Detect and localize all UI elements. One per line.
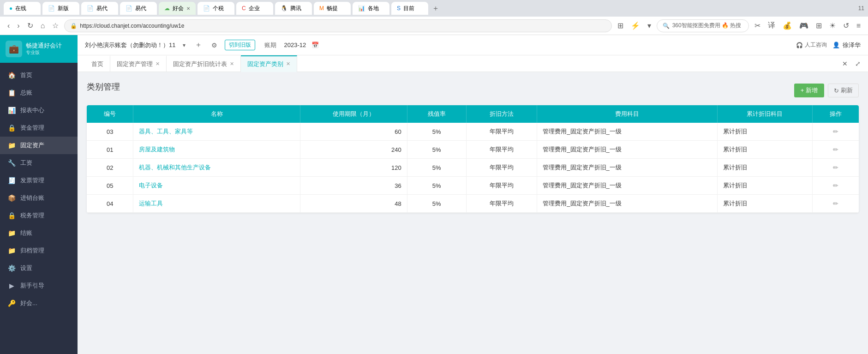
search-box[interactable]: 🔍 360智能抠图免费用 🔥 热搜 [657, 19, 749, 32]
wallet-button[interactable]: 💰 [781, 19, 794, 32]
tab-close-2[interactable]: ✕ [230, 61, 234, 67]
browser-tab-10[interactable]: S 目前 [391, 2, 428, 15]
cell-residual: 5% [407, 141, 466, 159]
browser-tab-3[interactable]: 📄 易代 [120, 2, 157, 15]
sidebar-logo: 💼 畅捷通好会计 专业版 [0, 35, 78, 63]
sidebar-item-salary[interactable]: 🔧 工资 [0, 154, 78, 172]
col-action: 操作 [812, 105, 859, 123]
period-value: 2023-12 [284, 42, 306, 48]
table-row: 03 器具、工具、家具等 60 5% 年限平均 管理费用_固定资产折旧_一级 累… [87, 123, 859, 141]
cell-method: 年限平均 [466, 159, 537, 177]
address-bar: ‹ › ↻ ⌂ ☆ 🔒 https://cloud.chanjet.com/ac… [0, 17, 868, 35]
edit-icon[interactable]: ✏ [833, 182, 838, 189]
tab-home[interactable]: 首页 [85, 55, 110, 72]
sidebar-nav: 🏠 首页 📋 总账 📊 报表中心 🔒 资金管理 📁 固定资产 🔧 工资 [0, 63, 78, 354]
game-button[interactable]: 🎮 [797, 19, 810, 32]
sidebar-item-checkout[interactable]: 📁 结账 [0, 224, 78, 242]
sidebar-item-archive[interactable]: 📁 归档管理 [0, 242, 78, 259]
cell-id: 04 [87, 195, 133, 213]
new-tab-button[interactable]: ＋ [430, 2, 441, 15]
bookmark-button[interactable]: ☆ [50, 19, 60, 32]
cell-residual: 5% [407, 195, 466, 213]
browser-tab-1[interactable]: 📄 新版 [42, 2, 79, 15]
grid-button[interactable]: ⊞ [814, 19, 824, 32]
sidebar-item-invoice[interactable]: 🧾 发票管理 [0, 172, 78, 189]
ledger-icon: 📋 [7, 89, 16, 97]
reports-icon: 📊 [7, 106, 16, 114]
logo-text: 畅捷通好会计 [26, 42, 62, 50]
scissors-button[interactable]: ✂ [753, 19, 762, 32]
sidebar-item-reports[interactable]: 📊 报表中心 [0, 102, 78, 119]
home-icon: 🏠 [7, 71, 16, 79]
cell-expense: 管理费用_固定资产折旧_一级 [537, 141, 717, 159]
tab-close-1[interactable]: ✕ [156, 61, 160, 67]
sidebar-item-inventory[interactable]: 📦 进销台账 [0, 189, 78, 207]
sidebar-item-guide[interactable]: ▶ 新手引导 [0, 277, 78, 294]
edit-icon[interactable]: ✏ [833, 128, 838, 135]
browser-tab-6[interactable]: C 企业 [236, 2, 273, 15]
refresh-button[interactable]: ↻ 刷新 [828, 84, 859, 97]
tab-depreciation-stats[interactable]: 固定资产折旧统计表 ✕ [167, 55, 241, 72]
translate-button[interactable]: 译 [766, 19, 777, 32]
browser-tab-0[interactable]: ● 在线 [4, 2, 41, 15]
sidebar-item-funds[interactable]: 🔒 资金管理 [0, 119, 78, 137]
title-row: 类别管理 + 新增 ↻ 刷新 [87, 81, 859, 100]
cell-method: 年限平均 [466, 141, 537, 159]
dropdown-button[interactable]: ▾ [646, 19, 653, 32]
undo-button[interactable]: ↺ [841, 19, 851, 32]
cell-period: 120 [300, 159, 407, 177]
home-button[interactable]: ⌂ [39, 20, 47, 32]
table-row: 05 电子设备 36 5% 年限平均 管理费用_固定资产折旧_一级 累计折旧 ✏ [87, 177, 859, 195]
tab-asset-categories[interactable]: 固定资产类别 ✕ [241, 55, 297, 72]
page-title: 类别管理 [87, 81, 120, 92]
edit-icon[interactable]: ✏ [833, 146, 838, 153]
settings-button[interactable]: ☀ [827, 19, 838, 32]
reload-button[interactable]: ↻ [25, 19, 35, 32]
sidebar-item-home[interactable]: 🏠 首页 [0, 66, 78, 84]
edit-icon[interactable]: ✏ [833, 200, 838, 207]
browser-tab-8[interactable]: M 畅提 [314, 2, 351, 15]
back-button[interactable]: ‹ [6, 20, 12, 32]
tab-fixed-asset-mgmt[interactable]: 固定资产管理 ✕ [110, 55, 167, 72]
cell-method: 年限平均 [466, 195, 537, 213]
browser-tab-5[interactable]: 📄 个税 [198, 2, 234, 15]
add-button[interactable]: + 新增 [794, 84, 824, 97]
cell-accumulated: 累计折旧 [717, 195, 812, 213]
browser-tab-9[interactable]: 📊 各地 [353, 2, 389, 15]
guide-icon: ▶ [7, 282, 16, 290]
menu-button[interactable]: ≡ [855, 20, 862, 32]
forward-button[interactable]: › [15, 20, 21, 32]
sidebar-item-tax[interactable]: 🔒 税务管理 [0, 207, 78, 224]
tab-close-3[interactable]: ✕ [286, 61, 290, 67]
checkout-icon: 📁 [7, 229, 16, 237]
add-company-button[interactable]: ＋ [193, 38, 204, 52]
tab-close-window-btn[interactable]: ✕ [840, 58, 850, 69]
sidebar-item-settings[interactable]: ⚙️ 设置 [0, 259, 78, 277]
sidebar-item-accounting[interactable]: 🔑 好会... [0, 294, 78, 312]
cell-action: ✏ [812, 195, 859, 213]
cell-id: 02 [87, 159, 133, 177]
sidebar-item-ledger[interactable]: 📋 总账 [0, 84, 78, 102]
browser-tab-7[interactable]: 🐧 腾讯 [275, 2, 312, 15]
switch-old-btn[interactable]: 切到旧版 [225, 40, 255, 50]
inventory-icon: 📦 [7, 194, 16, 202]
user-avatar-icon: 👤 [832, 42, 840, 48]
cell-name: 电子设备 [133, 177, 300, 195]
sidebar-item-fixed-assets[interactable]: 📁 固定资产 [0, 137, 78, 154]
col-id: 编号 [87, 105, 133, 123]
browser-tab-close-4[interactable]: ✕ [186, 6, 190, 11]
lightning-button[interactable]: ⚡ [629, 19, 642, 32]
edit-icon[interactable]: ✏ [833, 164, 838, 171]
cell-action: ✏ [812, 177, 859, 195]
browser-tab-2[interactable]: 📄 易代 [81, 2, 118, 15]
tab-maximize-btn[interactable]: ⤢ [853, 58, 862, 69]
cell-residual: 5% [407, 123, 466, 141]
calendar-icon[interactable]: 📅 [311, 42, 319, 48]
devices-button[interactable]: ⊞ [616, 19, 625, 32]
cell-accumulated: 累计折旧 [717, 141, 812, 159]
company-dropdown[interactable]: ▾ [181, 40, 187, 50]
url-bar[interactable]: 🔒 https://cloud.chanjet.com/accounting/u… [64, 19, 611, 32]
browser-tab-4[interactable]: ☁ 好会 ✕ [159, 2, 196, 15]
service-button[interactable]: 🎧 人工咨询 [796, 41, 827, 49]
company-settings-button[interactable]: ⚙ [210, 40, 219, 51]
